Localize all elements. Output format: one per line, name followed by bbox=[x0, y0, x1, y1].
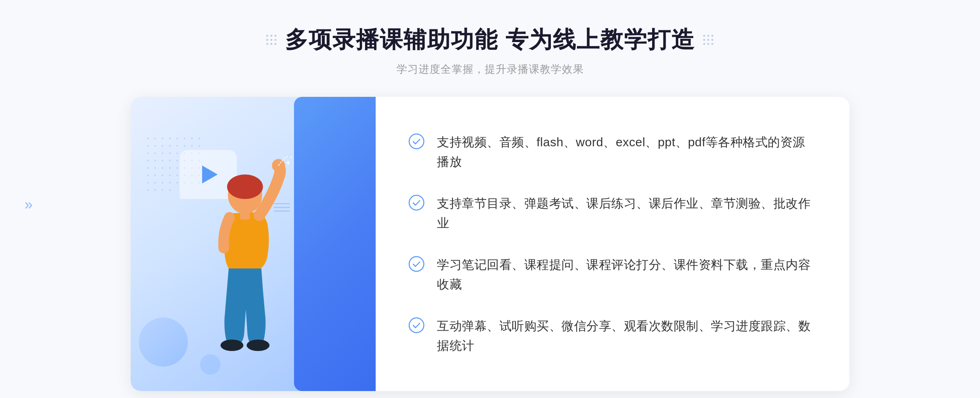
check-icon-1 bbox=[408, 133, 425, 150]
bg-dots-left bbox=[65, 82, 139, 163]
feature-text-2: 支持章节目录、弹题考试、课后练习、课后作业、章节测验、批改作业 bbox=[437, 194, 817, 233]
feature-text-4: 互动弹幕、试听购买、微信分享、观看次数限制、学习进度跟踪、数据统计 bbox=[437, 316, 817, 356]
svg-text:✦: ✦ bbox=[289, 154, 293, 160]
svg-rect-2 bbox=[240, 211, 250, 219]
svg-point-4 bbox=[220, 340, 243, 351]
arrow-left-decoration: » bbox=[24, 196, 33, 213]
feature-item-4: 互动弹幕、试听购买、微信分享、观看次数限制、学习进度跟踪、数据统计 bbox=[408, 316, 817, 356]
check-icon-3 bbox=[408, 256, 425, 272]
feature-text-1: 支持视频、音频、flash、word、excel、ppt、pdf等各种格式的资源… bbox=[437, 132, 817, 172]
feature-item-3: 学习笔记回看、课程提问、课程评论打分、课件资料下载，重点内容收藏 bbox=[408, 255, 817, 294]
feature-text-3: 学习笔记回看、课程提问、课程评论打分、课件资料下载，重点内容收藏 bbox=[437, 255, 817, 294]
check-icon-4 bbox=[408, 317, 425, 333]
illustration-figure: ✦ ✦ bbox=[163, 154, 310, 391]
header-section: 多项录播课辅助功能 专为线上教学打造 学习进度全掌握，提升录播课教学效果 bbox=[266, 25, 714, 76]
title-right-dots bbox=[703, 35, 714, 45]
title-left-dots bbox=[266, 35, 277, 45]
feature-item-2: 支持章节目录、弹题考试、课后练习、课后作业、章节测验、批改作业 bbox=[408, 194, 817, 233]
content-card: ✦ ✦ 支持视频、音频、flash、word、excel、ppt、pdf等各种格… bbox=[131, 97, 849, 391]
check-icon-2 bbox=[408, 195, 425, 211]
svg-point-5 bbox=[247, 340, 270, 351]
title-row: 多项录播课辅助功能 专为线上教学打造 bbox=[266, 25, 714, 56]
svg-point-11 bbox=[409, 318, 424, 333]
svg-point-9 bbox=[409, 195, 424, 210]
svg-text:✦: ✦ bbox=[285, 159, 291, 167]
feature-item-1: 支持视频、音频、flash、word、excel、ppt、pdf等各种格式的资源… bbox=[408, 132, 817, 172]
left-illustration-panel: ✦ ✦ bbox=[131, 97, 376, 391]
main-title: 多项录播课辅助功能 专为线上教学打造 bbox=[285, 25, 695, 56]
svg-point-10 bbox=[409, 257, 424, 271]
page-subtitle: 学习进度全掌握，提升录播课教学效果 bbox=[266, 62, 714, 76]
page-container: » 多项录播课辅助功能 专为线上教学打造 学习进度全掌握，提升录播课教学效果 bbox=[0, 0, 980, 398]
svg-point-8 bbox=[409, 134, 424, 149]
right-features-panel: 支持视频、音频、flash、word、excel、ppt、pdf等各种格式的资源… bbox=[376, 97, 849, 391]
